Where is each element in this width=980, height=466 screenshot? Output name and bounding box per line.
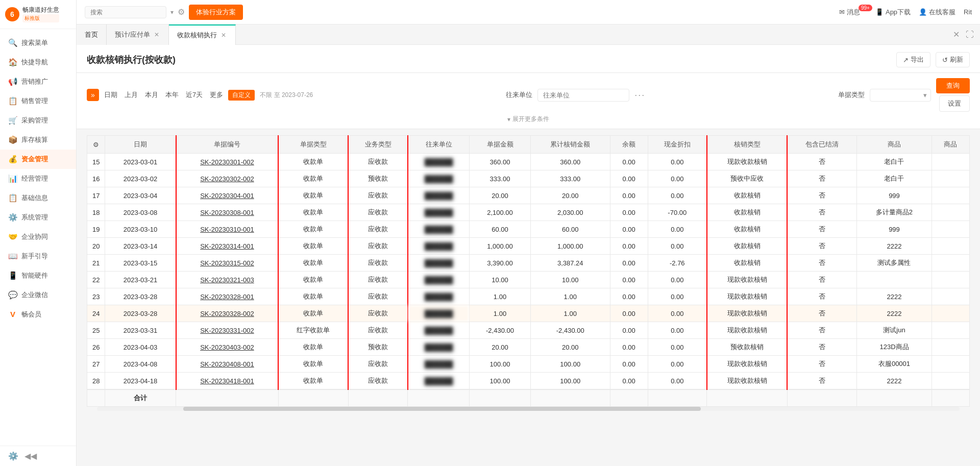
sidebar-item-wechat[interactable]: 💬 企业微信 [0,285,76,305]
summary-cell [787,389,856,407]
table-cell [857,272,932,288]
table-row: 182023-03-08SK-20230308-001收款单应收款██████2… [87,204,970,221]
data-table: ⚙ 日期 单据编号 单据类型 业务类型 往来单位 单据金额 累计核销金额 余额 … [87,135,970,407]
collapse-icon[interactable]: ◀◀ [24,451,37,461]
date-custom-btn[interactable]: 自定义 [228,90,255,101]
date-more-btn[interactable]: 更多 [208,89,225,101]
table-cell[interactable]: SK-20230302-002 [176,170,279,187]
scroll-thumb[interactable] [183,407,701,411]
table-cell[interactable]: SK-20230308-001 [176,204,279,221]
settings-bottom-icon[interactable]: ⚙️ [8,451,18,461]
tab-home[interactable]: 首页 [77,24,107,45]
table-cell: 1.00 [530,305,610,322]
maximize-icon[interactable]: ⛶ [964,28,976,41]
gear-icon[interactable]: ⚙ [178,7,185,17]
sidebar-item-search[interactable]: 🔍 搜索菜单 [0,33,76,53]
sidebar-item-sales[interactable]: 📋 销售管理 [0,91,76,111]
sidebar-item-purchase[interactable]: 🛒 采购管理 [0,111,76,130]
tab-payable-close[interactable]: ✕ [153,31,160,38]
tab-writeoff[interactable]: 收款核销执行 ✕ [169,24,236,45]
sidebar-item-inventory[interactable]: 📦 库存核算 [0,130,76,150]
sidebar-item-basic[interactable]: 📋 基础信息 [0,188,76,208]
date-this-month-btn[interactable]: 本月 [143,89,160,101]
table-cell: 2,030.00 [530,204,610,221]
date-this-year-btn[interactable]: 本年 [163,89,181,101]
table-cell[interactable]: SK-20230331-002 [176,322,279,339]
horizontal-scrollbar[interactable] [97,407,960,411]
col-settings-header[interactable]: ⚙ [87,136,105,154]
sidebar-item-guide[interactable]: 📖 新手引导 [0,247,76,266]
user-name[interactable]: Rit [964,8,972,16]
tabbar-actions: ✕ ⛶ [951,28,980,41]
bill-type-select[interactable] [870,89,931,102]
table-cell: 应收款 [348,187,408,204]
table-cell: 预收款 [348,339,408,356]
table-cell[interactable]: SK-20230304-001 [176,187,279,204]
table-gear-icon[interactable]: ⚙ [93,141,99,149]
brand-badge: 标推版 [22,14,59,22]
sidebar-item-hardware[interactable]: 📱 智能硬件 [0,266,76,285]
table-cell: 否 [787,322,856,339]
table-cell[interactable]: SK-20230418-001 [176,373,279,390]
query-button[interactable]: 查询 [936,78,970,93]
close-tab-icon[interactable]: ✕ [951,28,962,41]
export-button[interactable]: ↗ 导出 [896,52,930,67]
sidebar-item-quicknav[interactable]: 🏠 快捷导航 [0,53,76,72]
table-cell: 20.00 [470,187,531,204]
tab-writeoff-label: 收款核销执行 [177,31,217,40]
table-cell[interactable]: SK-20230321-003 [176,272,279,288]
table-cell: 否 [787,339,856,356]
table-cell[interactable]: SK-20230328-002 [176,305,279,322]
table-cell: 收款单 [278,373,348,390]
table-cell: 多计量商品2 [857,204,932,221]
date-last-7days-btn[interactable]: 近7天 [184,89,205,101]
table-cell: 收款单 [278,305,348,322]
expand-conditions-button[interactable]: ▾ 展开更多条件 [507,115,549,124]
sidebar-item-member[interactable]: V 畅会员 [0,305,76,324]
col-partner-header: 往来单位 [408,136,470,154]
filter-top-row: » 日期 上月 本月 本年 近7天 更多 自定义 不限 至 2023-07-26… [87,78,970,112]
table-cell: 2023-03-15 [105,255,176,272]
table-row: 242023-03-28SK-20230328-002收款单应收款██████1… [87,305,970,322]
table-cell[interactable]: SK-20230310-001 [176,221,279,238]
table-cell: 2023-04-18 [105,373,176,390]
table-cell[interactable]: SK-20230328-001 [176,288,279,305]
table-cell: 否 [787,187,856,204]
col-product2-header: 商品 [932,136,969,154]
sidebar-item-marketing[interactable]: 📢 营销推广 [0,72,76,91]
sidebar-item-enterprise[interactable]: 🤝 企业协同 [0,227,76,247]
sidebar-item-system[interactable]: ⚙️ 系统管理 [0,208,76,227]
page-title: 收款核销执行(按收款) [87,54,176,66]
table-cell: 2222 [857,373,932,390]
summary-cell [348,389,408,407]
partner-filter-input[interactable] [537,89,629,102]
table-cell: 收款核销 [707,221,787,238]
app-download-button[interactable]: 📱 App下载 [875,8,911,17]
table-cell: 0.00 [610,288,648,305]
setting-button[interactable]: 设置 [939,95,970,112]
search-input[interactable] [85,6,166,18]
table-cell: 0.00 [648,187,707,204]
table-cell: 预收中应收 [707,170,787,187]
table-cell[interactable]: SK-20230301-002 [176,154,279,170]
industry-solution-button[interactable]: 体验行业方案 [189,5,243,20]
sidebar-item-label: 库存核算 [21,135,48,144]
sidebar-item-finance[interactable]: 💰 资金管理 [0,150,76,169]
table-cell: 999 [857,187,932,204]
table-cell[interactable]: SK-20230314-001 [176,238,279,255]
table-cell: 23 [87,288,105,305]
sidebar-item-operation[interactable]: 📊 经营管理 [0,169,76,188]
tab-payable[interactable]: 预计/应付单 ✕ [107,24,169,45]
table-cell[interactable]: SK-20230408-001 [176,356,279,373]
filter-toggle-button[interactable]: » [87,89,99,101]
table-cell[interactable]: SK-20230403-002 [176,339,279,356]
message-button[interactable]: ✉ 消息 99+ [839,8,867,17]
col-biz-type-header: 业务类型 [348,136,408,154]
online-service-button[interactable]: 👤 在线客服 [919,8,955,17]
tab-writeoff-close[interactable]: ✕ [220,32,227,39]
sidebar-item-label: 企业微信 [21,290,48,300]
table-cell: 333.00 [470,170,531,187]
date-last-month-btn[interactable]: 上月 [122,89,140,101]
refresh-button[interactable]: ↺ 刷新 [936,52,970,67]
table-cell[interactable]: SK-20230315-002 [176,255,279,272]
